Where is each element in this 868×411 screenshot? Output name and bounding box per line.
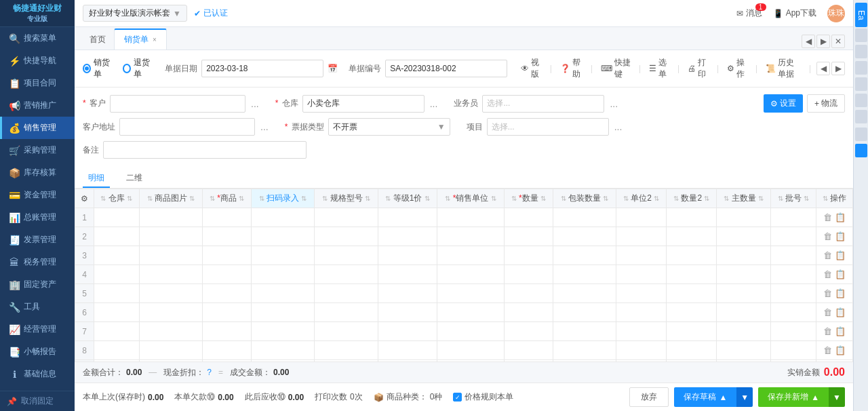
sort-down-unit2[interactable]: ⇅ (654, 195, 659, 202)
sort-down-spec[interactable]: ⇅ (365, 195, 370, 202)
project-input[interactable]: 选择... (487, 118, 609, 136)
side-panel-btn-6[interactable] (855, 94, 867, 107)
sidebar-item-project[interactable]: 📋 项目合同 (0, 72, 75, 94)
remark-input[interactable] (103, 141, 307, 159)
sort-icon-qty[interactable]: ⇅ (511, 195, 517, 202)
cell-price1-5[interactable] (378, 284, 437, 303)
sort-icon-barcode[interactable]: ⇅ (259, 195, 264, 202)
cell-batch-1[interactable] (771, 208, 816, 227)
cell-main_qty-5[interactable] (717, 284, 771, 303)
add-row-button[interactable]: + 物流 (807, 94, 845, 113)
sort-down-goods[interactable]: ⇅ (239, 195, 244, 202)
active-tab-sales-order[interactable]: 销货单 × (114, 28, 167, 50)
cell-pack_qty-4[interactable] (553, 265, 616, 284)
home-tab[interactable]: 首页 (83, 30, 113, 50)
warehouse-more-button[interactable]: ... (430, 98, 438, 109)
side-panel-btn-2[interactable] (855, 28, 867, 42)
cell-price1-8[interactable] (378, 341, 437, 360)
cell-pack_qty-7[interactable] (553, 322, 616, 341)
sort-icon-goods[interactable]: ⇅ (210, 195, 215, 202)
cell-qty2-8[interactable] (667, 341, 717, 360)
cell-ops-2[interactable]: 🗑 📋 (816, 227, 852, 246)
order-no-input[interactable]: SA-20230318-002 (385, 60, 507, 77)
cell-pack_qty-2[interactable] (553, 227, 616, 246)
sidebar-item-reports[interactable]: 📑 小畅报告 (0, 340, 75, 363)
warehouse-input[interactable]: 小卖仓库 (302, 95, 425, 113)
cell-qty2-2[interactable] (667, 227, 717, 246)
cell-main_qty-2[interactable] (717, 227, 771, 246)
cell-ops-1[interactable]: 🗑 📋 (816, 208, 852, 227)
calendar-icon[interactable]: 📅 (328, 64, 338, 73)
project-more-button[interactable]: ... (614, 121, 623, 132)
cell-spec-6[interactable] (315, 303, 378, 322)
sort-down-barcode[interactable]: ⇅ (301, 195, 307, 202)
cell-qty-5[interactable] (504, 284, 553, 303)
sidebar-item-basic[interactable]: ℹ 基础信息 (0, 363, 75, 385)
sort-icon-main_qty[interactable]: ⇅ (724, 195, 729, 202)
delete-row-icon-5[interactable]: 🗑 (823, 288, 832, 298)
cell-ops-4[interactable]: 🗑 📋 (816, 265, 852, 284)
cell-warehouse-8[interactable] (94, 341, 140, 360)
cell-qty-7[interactable] (504, 322, 553, 341)
cell-pack_qty-5[interactable] (553, 284, 616, 303)
cell-batch-8[interactable] (771, 341, 816, 360)
cell-barcode-4[interactable] (251, 265, 314, 284)
cell-img-4[interactable] (139, 265, 202, 284)
cell-unit-2[interactable] (437, 227, 505, 246)
save-new-dropdown-button[interactable]: ▼ (829, 387, 845, 407)
cell-batch-6[interactable] (771, 303, 816, 322)
help-button[interactable]: ❓ 帮助 (557, 56, 585, 81)
cell-goods-6[interactable] (203, 303, 252, 322)
cell-batch-7[interactable] (771, 322, 816, 341)
tab-next-button[interactable]: ▶ (816, 35, 830, 48)
save-draft-button[interactable]: 保存草稿 ▲ (674, 387, 736, 407)
sidebar-item-tools[interactable]: 🔧 工具 (0, 296, 75, 318)
cell-ops-8[interactable]: 🗑 📋 (816, 341, 852, 360)
salesman-more-button[interactable]: ... (610, 98, 618, 109)
address-more-button[interactable]: ... (260, 121, 269, 132)
cell-img-1[interactable] (139, 208, 202, 227)
cell-barcode-6[interactable] (251, 303, 314, 322)
sort-icon-ops[interactable]: ⇅ (823, 195, 828, 202)
tab-detail[interactable]: 明细 (83, 170, 110, 188)
cell-warehouse-4[interactable] (94, 265, 140, 284)
cell-unit-5[interactable] (437, 284, 505, 303)
cell-barcode-2[interactable] (251, 227, 314, 246)
cell-warehouse-1[interactable] (94, 208, 140, 227)
cell-main_qty-6[interactable] (717, 303, 771, 322)
sort-down-qty2[interactable]: ⇅ (704, 195, 709, 202)
cell-unit-7[interactable] (437, 322, 505, 341)
cell-img-5[interactable] (139, 284, 202, 303)
sidebar-item-sales[interactable]: 💰 销售管理 (0, 117, 75, 139)
cell-spec-8[interactable] (315, 341, 378, 360)
cell-barcode-3[interactable] (251, 246, 314, 265)
cell-batch-4[interactable] (771, 265, 816, 284)
cell-img-3[interactable] (139, 246, 202, 265)
cell-spec-3[interactable] (315, 246, 378, 265)
sort-icon-img[interactable]: ⇅ (147, 195, 153, 202)
delete-row-icon-2[interactable]: 🗑 (823, 231, 832, 241)
user-avatar[interactable]: 珠珠 (827, 5, 845, 22)
cell-main_qty-4[interactable] (717, 265, 771, 284)
sort-icon-pack_qty[interactable]: ⇅ (561, 195, 566, 202)
tab-prev-button[interactable]: ◀ (802, 35, 815, 48)
cell-ops-3[interactable]: 🗑 📋 (816, 246, 852, 265)
sort-icon-warehouse[interactable]: ⇅ (100, 195, 106, 202)
sidebar-item-invoice[interactable]: 🧾 发票管理 (0, 229, 75, 251)
help-icon[interactable]: ? (207, 368, 212, 377)
cell-main_qty-7[interactable] (717, 322, 771, 341)
cell-unit2-1[interactable] (616, 208, 667, 227)
cell-qty-1[interactable] (504, 208, 553, 227)
cell-main_qty-1[interactable] (717, 208, 771, 227)
cell-img-8[interactable] (139, 341, 202, 360)
sidebar-item-tax[interactable]: 🏛 税务管理 (0, 251, 75, 273)
delete-row-icon-6[interactable]: 🗑 (823, 307, 832, 317)
cell-qty2-5[interactable] (667, 284, 717, 303)
cell-spec-2[interactable] (315, 227, 378, 246)
cell-goods-7[interactable] (203, 322, 252, 341)
delete-row-icon-3[interactable]: 🗑 (823, 250, 832, 260)
sort-down-price1[interactable]: ⇅ (425, 195, 430, 202)
cell-qty-2[interactable] (504, 227, 553, 246)
cell-unit2-2[interactable] (616, 227, 667, 246)
tab-two-d[interactable]: 二维 (121, 170, 148, 188)
